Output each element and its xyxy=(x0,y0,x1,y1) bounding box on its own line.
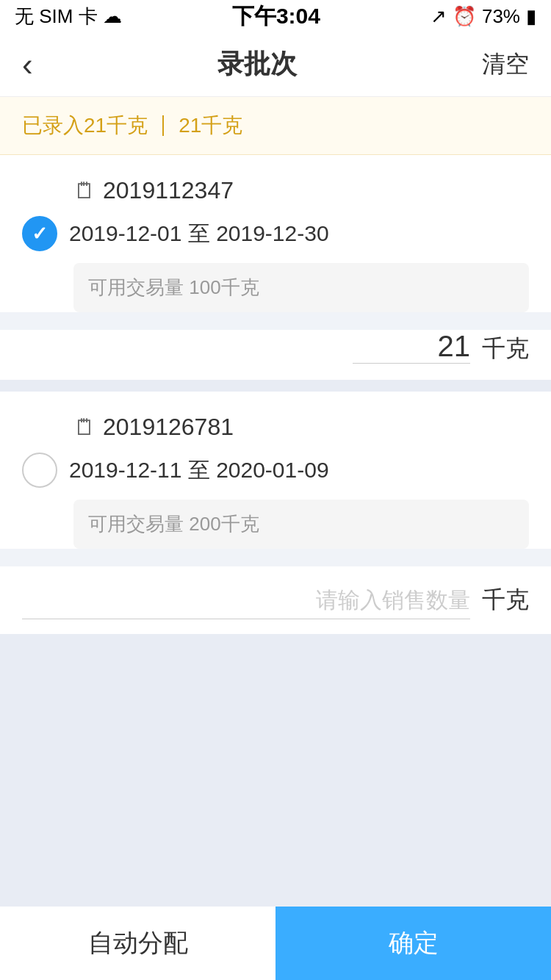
batch-doc-icon-2: 🗒 xyxy=(73,415,96,440)
batch-date-1: 2019-12-01 至 2019-12-30 xyxy=(69,219,329,249)
location-icon: ↗ xyxy=(431,5,447,28)
input-unit-2: 千克 xyxy=(482,584,529,616)
batch-checkbox-1[interactable] xyxy=(22,216,57,251)
summary-label: 已录入21千克 xyxy=(22,112,148,140)
auto-distribute-button[interactable]: 自动分配 xyxy=(0,907,276,980)
batch-available-row-1: 可用交易量 100千克 xyxy=(73,263,529,312)
batch-available-box-1: 可用交易量 100千克 xyxy=(73,263,529,312)
quantity-unit-1: 千克 xyxy=(482,333,529,365)
quantity-value-1: 21 xyxy=(438,330,471,363)
batch-checkbox-2[interactable] xyxy=(22,453,57,488)
page-title: 录批次 xyxy=(217,46,297,82)
batch-date-row-1: 2019-12-01 至 2019-12-30 xyxy=(22,216,529,251)
batch-available-row-2: 可用交易量 200千克 xyxy=(73,500,529,549)
alarm-icon: ⏰ xyxy=(453,5,476,28)
back-button[interactable]: ‹ xyxy=(22,48,33,81)
batch-available-text-2: 可用交易量 200千克 xyxy=(88,513,259,535)
batch-item-2: 🗒 2019126781 2019-12-11 至 2020-01-09 可用交… xyxy=(0,392,551,549)
input-row-2[interactable]: 请输入销售数量 千克 xyxy=(0,566,551,634)
batch-id-row-1: 🗒 2019112347 xyxy=(73,177,529,204)
input-underline-2: 请输入销售数量 xyxy=(22,586,470,619)
status-time: 下午3:04 xyxy=(232,1,320,32)
nav-bar: ‹ 录批次 清空 xyxy=(0,32,551,97)
batch-available-text-1: 可用交易量 100千克 xyxy=(88,276,259,298)
footer: 自动分配 确定 xyxy=(0,907,551,980)
batch-id-2: 2019126781 xyxy=(103,414,234,441)
batch-date-row-2: 2019-12-11 至 2020-01-09 xyxy=(22,453,529,488)
clear-button[interactable]: 清空 xyxy=(482,48,529,81)
status-bar: 无 SIM 卡 ☁ 下午3:04 ↗ ⏰ 73% ▮ xyxy=(0,0,551,32)
batch-id-row-2: 🗒 2019126781 xyxy=(73,414,529,441)
input-placeholder-2: 请输入销售数量 xyxy=(316,586,470,616)
summary-bar: 已录入21千克 21千克 xyxy=(0,97,551,155)
batch-available-box-2: 可用交易量 200千克 xyxy=(73,500,529,549)
battery-text: 73% xyxy=(482,5,520,28)
summary-value: 21千克 xyxy=(179,112,242,140)
section-separator xyxy=(0,380,551,392)
quantity-row-1: 21 千克 xyxy=(0,330,551,380)
quantity-underline-1: 21 xyxy=(353,330,470,364)
summary-divider xyxy=(162,115,164,136)
battery-icon: ▮ xyxy=(526,5,536,28)
batch-doc-icon-1: 🗒 xyxy=(73,179,96,203)
status-left: 无 SIM 卡 ☁ xyxy=(15,4,122,29)
no-sim-text: 无 SIM 卡 ☁ xyxy=(15,4,122,29)
batch-item-1: 🗒 2019112347 2019-12-01 至 2019-12-30 可用交… xyxy=(0,155,551,312)
batch-date-2: 2019-12-11 至 2020-01-09 xyxy=(69,455,329,486)
status-right: ↗ ⏰ 73% ▮ xyxy=(431,5,536,28)
batch-id-1: 2019112347 xyxy=(103,177,234,204)
confirm-button[interactable]: 确定 xyxy=(276,907,551,980)
